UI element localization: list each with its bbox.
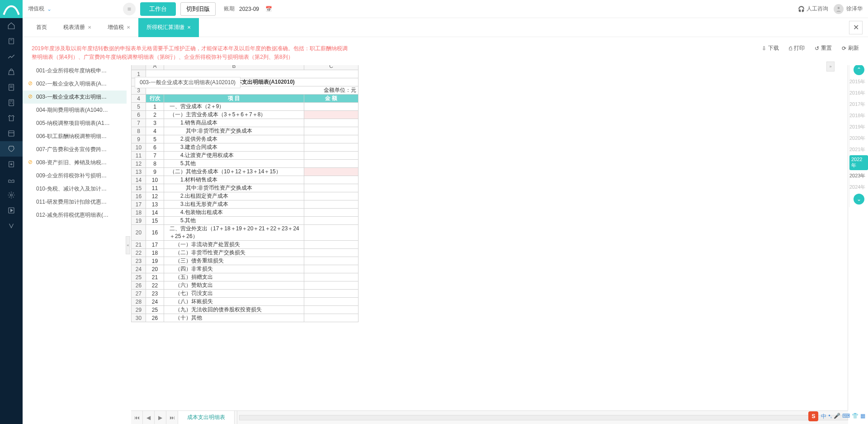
year-option[interactable]: 2016年 [849, 87, 868, 99]
table-row[interactable]: 2218（二）非货币性资产交换损失 [132, 249, 359, 257]
close-icon[interactable]: ✕ [187, 25, 191, 30]
table-row[interactable]: 84其中:非货币性资产交换成本 [132, 127, 359, 135]
table-row[interactable]: 2925（九）无法收回的债券股权投资损失 [132, 306, 359, 314]
table-row[interactable]: 2622（六）赞助支出 [132, 281, 359, 290]
table-row[interactable]: 1285.其他 [132, 160, 359, 168]
table-row[interactable]: 17133.出租无形资产成本 [132, 200, 359, 209]
close-all-tabs-button[interactable]: ✕ [849, 21, 863, 34]
table-row[interactable]: 18144.包装物出租成本 [132, 209, 359, 217]
table-row[interactable]: 1511其中:非货币性资产交换成本 [132, 184, 359, 192]
ime-skin-icon[interactable]: 👕 [852, 413, 859, 420]
year-option[interactable]: 2021年 [849, 144, 868, 155]
ime-keyboard-icon[interactable]: ⌨ [842, 413, 850, 420]
year-option[interactable]: 2018年 [849, 110, 868, 121]
table-row[interactable]: 2016二、营业外支出（17＋18＋19＋20＋21＋22＋23＋24＋25＋2… [132, 225, 359, 241]
refresh-button[interactable]: ⟳刷新 [842, 44, 859, 52]
year-option[interactable]: 2015年 [849, 76, 868, 87]
ime-lang[interactable]: 中 [821, 413, 826, 420]
sheet-list-item[interactable]: 009-企业所得税弥补亏损明… [23, 169, 127, 182]
tab-1[interactable]: 税表清册✕ [55, 18, 99, 37]
sheet-nav-next[interactable]: ▶ [155, 411, 166, 424]
table-row[interactable]: 2319（三）债务重组损失 [132, 257, 359, 265]
nav-inbox-icon[interactable] [0, 172, 23, 187]
close-icon[interactable]: ✕ [88, 25, 91, 30]
ime-logo-icon[interactable]: S [808, 411, 818, 421]
table-row[interactable]: 2117（一）非流动资产处置损失 [132, 241, 359, 249]
app-logo[interactable] [0, 0, 23, 18]
sheet-tab[interactable]: 成本支出明细表 [178, 411, 235, 424]
company-selector[interactable]: 增值税 ⌄ [28, 5, 118, 13]
user-menu[interactable]: 徐泽华 [834, 4, 863, 14]
workspace-button[interactable]: 工作台 [140, 2, 176, 16]
nav-calc-icon[interactable] [0, 95, 23, 110]
tab-2[interactable]: 增值税✕ [99, 18, 138, 37]
table-row[interactable]: 1174.让渡资产使用权成本 [132, 152, 359, 160]
sheet-list-item[interactable]: 008-资产折旧、摊销及纳税… [23, 156, 127, 169]
round-menu-button[interactable] [123, 3, 136, 15]
sheet-list-item[interactable]: 005-纳税调整项目明细表(A1… [23, 117, 127, 130]
download-button[interactable]: ⇩下载 [762, 44, 779, 52]
year-option[interactable]: 2022年 [849, 155, 868, 170]
nav-book-icon[interactable] [0, 33, 23, 49]
table-row[interactable]: 51一、营业成本（2＋9） [132, 103, 359, 111]
sheet-list-item[interactable]: 010-免税、减计收入及加计… [23, 182, 127, 195]
table-row[interactable]: 731.销售商品成本 [132, 119, 359, 127]
nav-v-icon[interactable] [0, 218, 23, 233]
switch-old-button[interactable]: 切到旧版 [180, 2, 216, 16]
tab-0[interactable]: 首页 [28, 18, 55, 37]
table-row[interactable]: 952.提供劳务成本 [132, 135, 359, 143]
ime-punct-icon[interactable]: •, [828, 413, 832, 420]
nav-dashboard-icon[interactable] [0, 126, 23, 141]
table-row[interactable]: 2420（四）非常损失 [132, 265, 359, 273]
horizontal-scrollbar[interactable] [239, 415, 848, 420]
reset-button[interactable]: ↺重置 [815, 44, 832, 52]
table-row[interactable]: 3026（十）其他 [132, 314, 359, 322]
spreadsheet-grid[interactable]: 003-一般企业成本支出明细表(A102010) ABC12一般企业成本支出明细… [131, 62, 848, 410]
table-row[interactable]: 14101.材料销售成本 [132, 176, 359, 184]
year-scroll-down[interactable]: ⌄ [854, 194, 864, 205]
nav-play-icon[interactable] [0, 203, 23, 218]
table-row[interactable]: 16122.出租固定资产成本 [132, 192, 359, 200]
table-row[interactable]: 1063.建造合同成本 [132, 143, 359, 152]
sheet-list-item[interactable]: 001-企业所得税年度纳税申… [23, 64, 127, 77]
table-row[interactable]: 2824（八）坏账损失 [132, 298, 359, 306]
year-option[interactable]: 2020年 [849, 133, 868, 144]
year-option[interactable]: 2024年 [849, 181, 868, 193]
sheet-list-item[interactable]: 007-广告费和业务宣传费跨… [23, 143, 127, 156]
sheet-nav-first[interactable]: ⏮ [131, 411, 143, 424]
nav-tax-icon[interactable] [0, 141, 23, 157]
expand-arrow-icon[interactable]: » [826, 62, 835, 71]
tab-3[interactable]: 所得税汇算清缴✕ [138, 18, 199, 37]
sheet-list-item[interactable]: 006-职工薪酬纳税调整明细… [23, 130, 127, 143]
table-row[interactable]: 62（一）主营业务成本（3＋5＋6＋7＋8） [132, 111, 359, 119]
table-row[interactable]: 139（二）其他业务成本（10＋12＋13＋14＋15） [132, 168, 359, 176]
print-button[interactable]: ⎙打印 [789, 44, 805, 52]
table-row[interactable]: 19155.其他 [132, 217, 359, 225]
nav-bag-icon[interactable] [0, 64, 23, 80]
nav-export-icon[interactable] [0, 157, 23, 172]
nav-shirt-icon[interactable] [0, 110, 23, 126]
consult-link[interactable]: 🎧 人工咨询 [798, 5, 828, 13]
sheet-list-item[interactable]: 002-一般企业收入明细表(A… [23, 77, 127, 91]
nav-settings-icon[interactable] [0, 187, 23, 203]
sheet-list-item[interactable]: 003-一般企业成本支出明细… [23, 91, 127, 104]
sheet-list-item[interactable]: 004-期间费用明细表(A1040… [23, 104, 127, 117]
calendar-icon[interactable]: 📅 [265, 6, 272, 12]
year-option[interactable]: 2023年 [849, 170, 868, 181]
ime-mic-icon[interactable]: 🎤 [834, 413, 840, 420]
ime-toolbox-icon[interactable]: ▦ [860, 413, 865, 420]
year-scroll-up[interactable]: ⌃ [854, 64, 864, 75]
table-row[interactable]: 2521（五）捐赠支出 [132, 273, 359, 281]
nav-doc-icon[interactable] [0, 80, 23, 95]
nav-chart-icon[interactable] [0, 49, 23, 64]
collapse-handle[interactable]: « [126, 236, 130, 254]
close-icon[interactable]: ✕ [127, 25, 130, 30]
sheet-list-item[interactable]: 012-减免所得税优惠明细表(… [23, 209, 127, 222]
year-option[interactable]: 2019年 [849, 121, 868, 133]
table-row[interactable]: 2723（七）罚没支出 [132, 290, 359, 298]
sheet-nav-prev[interactable]: ◀ [143, 411, 155, 424]
year-option[interactable]: 2017年 [849, 99, 868, 110]
sheet-nav-last[interactable]: ⏭ [166, 411, 178, 424]
nav-home-icon[interactable] [0, 18, 23, 33]
sheet-list-item[interactable]: 011-研发费用加计扣除优惠… [23, 195, 127, 209]
